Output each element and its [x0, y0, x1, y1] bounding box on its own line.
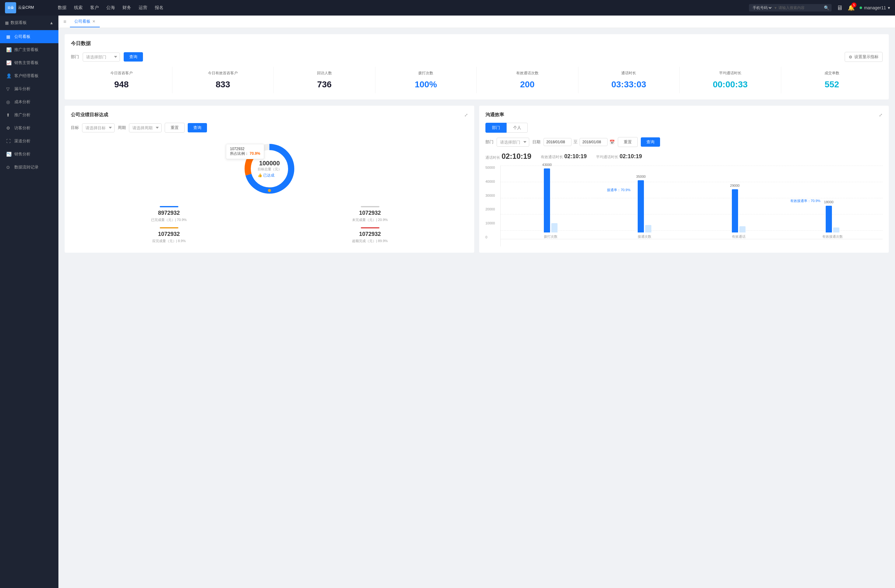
stat-card-1: 今日有效首咨客户 833 [173, 67, 274, 93]
user-info[interactable]: manager11 ▾ [860, 5, 890, 10]
nav-operations[interactable]: 运营 [139, 4, 147, 12]
bar-1-x-label: 接通次数 [638, 234, 651, 239]
donut-center-label: 目标总量（元） [258, 167, 282, 171]
dept-select[interactable]: 请选择部门 [83, 53, 120, 62]
stat-label-1: 今日有效首咨客户 [175, 71, 271, 76]
goal-panel: 公司业绩目标达成 ⤢ 目标 请选择目标 周期 请选择周期 重置 查询 [65, 106, 474, 253]
comm-expand-icon[interactable]: ⤢ [879, 112, 883, 117]
sidebar-item-data-flow[interactable]: ⊙ 数据流转记录 [0, 161, 58, 174]
donut-container: 1072932 所占比例： 70.9% [238, 138, 300, 200]
y-label-40000: 40000 [485, 180, 498, 183]
sidebar-collapse-icon[interactable]: ▲ [49, 21, 53, 25]
rate-label-1: 接通率：70.9% [607, 188, 630, 192]
today-query-button[interactable]: 查询 [124, 52, 143, 62]
stat-label-0: 今日首咨客户 [73, 71, 170, 76]
y-axis-labels: 50000 40000 30000 20000 10000 0 [485, 166, 500, 247]
sidebar-label-sales: 销售分析 [14, 152, 30, 157]
nav-leads[interactable]: 线索 [74, 4, 83, 12]
y-label-10000: 10000 [485, 221, 498, 225]
customer-manager-icon: 👤 [6, 73, 11, 78]
settings-button[interactable]: ⚙ 设置显示指标 [845, 52, 883, 62]
stat-card-6: 平均通话时长 00:00:33 [680, 67, 781, 93]
nav-finance[interactable]: 财务 [123, 4, 131, 12]
bar-group-3-bars: 18000 [826, 206, 839, 232]
bar-0-secondary [551, 223, 558, 232]
sidebar-item-channel[interactable]: ⛶ 渠道分析 [0, 135, 58, 148]
time-stat-avg-value: 02:10:19 [620, 153, 642, 159]
calendar-icon[interactable]: 📅 [610, 139, 615, 144]
bar-2-label: 29000 [730, 184, 740, 187]
sales-manager-icon: 📈 [6, 60, 11, 65]
comm-dept-label: 部门 [485, 139, 493, 145]
company-board-icon: ▦ [6, 34, 11, 39]
date-picker-group: 至 📅 [543, 138, 615, 146]
nav-customers[interactable]: 客户 [90, 4, 99, 12]
sidebar-label-promo-manager: 推广主管看板 [14, 47, 38, 53]
goal-reset-button[interactable]: 重置 [165, 123, 185, 133]
bar-group-2-bars: 29000 [732, 189, 746, 232]
comm-tab-dept[interactable]: 部门 [485, 123, 507, 133]
goal-target-select[interactable]: 请选择目标 [82, 123, 115, 132]
stat-card-7: 成交单数 552 [781, 67, 883, 93]
should-value: 1072932 [71, 231, 267, 238]
y-label-20000: 20000 [485, 207, 498, 211]
date-to-input[interactable] [579, 138, 608, 146]
bar-3-x-label: 有效接通次数 [822, 234, 843, 239]
monitor-icon[interactable]: 🖥 [837, 5, 843, 12]
sidebar-item-sales[interactable]: 📉 销售分析 [0, 148, 58, 161]
comm-date-label: 日期 [532, 139, 540, 145]
sidebar-item-visitor[interactable]: ⚙ 访客分析 [0, 121, 58, 135]
bar-3-label: 18000 [824, 200, 834, 204]
sidebar-item-promo[interactable]: ⬆ 推广分析 [0, 108, 58, 121]
nav-data[interactable]: 数据 [58, 4, 67, 12]
tab-company-board[interactable]: 公司看板 ✕ [70, 16, 100, 27]
sidebar-item-sales-manager[interactable]: 📈 销售主管看板 [0, 56, 58, 69]
bar-3-main: 18000 [826, 206, 832, 232]
sidebar-item-promo-manager[interactable]: 📊 推广主管看板 [0, 43, 58, 56]
rate-label-3: 有效接通率：70.9% [790, 199, 821, 203]
tab-menu-icon[interactable]: ≡ [64, 19, 66, 24]
stat-card-4: 有效通话次数 200 [477, 67, 578, 93]
sidebar-item-funnel[interactable]: ▽ 漏斗分析 [0, 82, 58, 95]
sidebar-section-title: ▦ 数据看板 [5, 20, 27, 26]
sidebar-item-company-board[interactable]: ▦ 公司看板 [0, 30, 58, 43]
comm-tab-person[interactable]: 个人 [507, 123, 528, 133]
user-dropdown-icon[interactable]: ▾ [888, 5, 890, 10]
sidebar-label-company-board: 公司看板 [14, 34, 30, 39]
promo-icon: ⬆ [6, 112, 11, 117]
search-type-select[interactable]: 手机号码 [751, 5, 772, 10]
comm-reset-button[interactable]: 重置 [618, 137, 638, 147]
donut-center: 100000 目标总量（元） 👍 已达成 [258, 160, 282, 178]
search-input[interactable] [778, 6, 822, 10]
goal-stat-incomplete: 1072932 未完成量（元）| 20.9% [272, 206, 468, 222]
bar-group-1: 接通率：70.9% 35000 接通次数 [598, 166, 692, 239]
date-separator: 至 [573, 139, 578, 145]
sidebar-label-funnel: 漏斗分析 [14, 86, 30, 92]
goal-stat-should: 1072932 应完成量（元）| 8.9% [71, 227, 267, 243]
stat-card-5: 通话时长 03:33:03 [578, 67, 680, 93]
funnel-icon: ▽ [6, 86, 11, 91]
search-icon[interactable]: 🔍 [824, 5, 829, 10]
nav-sea[interactable]: 公海 [106, 4, 115, 12]
comm-query-button[interactable]: 查询 [641, 137, 660, 147]
bar-group-2: 29000 有效通话 [692, 166, 786, 239]
date-from-input[interactable] [543, 138, 572, 146]
goal-stat-exceed: 1072932 超额完成（元）| 89.9% [272, 227, 468, 243]
sidebar-item-cost[interactable]: ◎ 成本分析 [0, 95, 58, 108]
tab-close-icon[interactable]: ✕ [92, 19, 96, 24]
sidebar-item-customer-manager[interactable]: 👤 客户经理看板 [0, 69, 58, 82]
notification-icon[interactable]: 🔔 5 [848, 5, 855, 11]
bar-group-3: 有效接通率：70.9% 18000 有效接通次数 [786, 166, 880, 239]
stat-value-2: 736 [276, 80, 373, 89]
nav-enrollment[interactable]: 报名 [155, 4, 164, 12]
should-bar [160, 227, 178, 229]
stat-label-7: 成交单数 [784, 71, 880, 76]
comm-dept-select[interactable]: 请选择部门 [497, 138, 529, 147]
goal-expand-icon[interactable]: ⤢ [464, 112, 468, 117]
goal-query-button[interactable]: 查询 [188, 123, 207, 132]
goal-period-select[interactable]: 请选择周期 [129, 123, 162, 132]
exceed-bar [361, 227, 379, 229]
stat-label-3: 拨打次数 [378, 71, 474, 76]
time-stats-row: 通话时长 02:10:19 有效通话时长 02:10:19 平均通话时长 02:… [485, 152, 883, 161]
donut-chart-area: 1072932 所占比例： 70.9% [71, 138, 468, 200]
